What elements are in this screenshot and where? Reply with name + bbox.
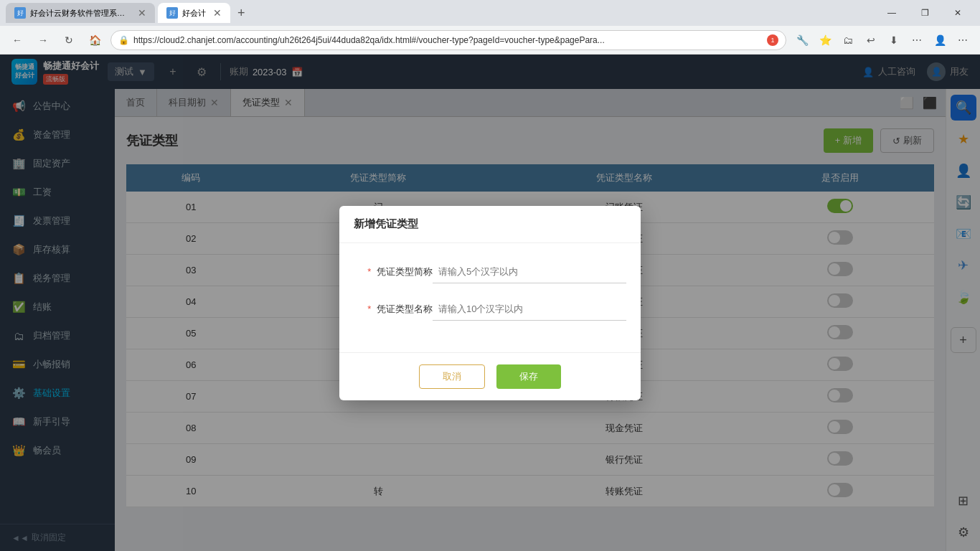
form-row-full-name: * 凭证类型名称 — [354, 298, 626, 321]
close-button[interactable]: ✕ — [941, 0, 974, 26]
address-bar: ← → ↻ 🏠 🔒 https://cloud2.chanjet.com/acc… — [0, 26, 980, 55]
tab-close-2[interactable]: ✕ — [213, 7, 222, 19]
tab-favicon-2: 好 — [166, 7, 178, 19]
bookmarks-button[interactable]: ⭐ — [815, 30, 835, 50]
maximize-button[interactable]: ❐ — [908, 0, 941, 26]
tab-title-1: 好会计云财务软件管理系统_会计 — [30, 8, 131, 19]
extensions-button[interactable]: 🔧 — [792, 30, 812, 50]
modal-title: 新增凭证类型 — [354, 217, 418, 230]
profile-button[interactable]: 👤 — [930, 30, 950, 50]
save-modal-button[interactable]: 保存 — [496, 364, 561, 389]
minimize-button[interactable]: — — [875, 0, 908, 26]
add-voucher-modal: 新增凭证类型 * 凭证类型简称 * 凭证类型名称 取消 保存 — [339, 206, 641, 400]
settings-browser-button[interactable]: ⋯ — [907, 30, 927, 50]
modal-header: 新增凭证类型 — [339, 206, 641, 243]
url-box[interactable]: 🔒 https://cloud2.chanjet.com/accounting/… — [110, 30, 786, 50]
tab-close-1[interactable]: ✕ — [138, 7, 146, 19]
download-button[interactable]: ⬇ — [884, 30, 904, 50]
tab-bar: 好 好会计云财务软件管理系统_会计 ✕ 好 好会计 ✕ + — ❐ ✕ — [0, 0, 980, 26]
home-browser-button[interactable]: 🏠 — [85, 30, 105, 50]
browser-tab-2[interactable]: 好 好会计 ✕ — [158, 3, 230, 23]
modal-body: * 凭证类型简称 * 凭证类型名称 — [339, 243, 641, 352]
browser-actions: 🔧 ⭐ 🗂 ↩ ⬇ ⋯ 👤 ⋯ — [792, 30, 973, 50]
required-star-1: * — [367, 266, 371, 277]
forward-button[interactable]: → — [33, 30, 53, 50]
cancel-modal-button[interactable]: 取消 — [419, 364, 485, 389]
more-button[interactable]: ⋯ — [953, 30, 973, 50]
refresh-browser-button[interactable]: ↻ — [59, 30, 79, 50]
tab-manager-button[interactable]: 🗂 — [838, 30, 858, 50]
new-tab-button[interactable]: + — [233, 6, 250, 21]
form-row-short-name: * 凭证类型简称 — [354, 260, 626, 283]
tab-favicon-1: 好 — [14, 7, 26, 19]
browser-tab-1[interactable]: 好 好会计云财务软件管理系统_会计 ✕ — [6, 3, 155, 23]
back-button[interactable]: ← — [7, 30, 27, 50]
short-name-input[interactable] — [433, 260, 626, 283]
browser-chrome: 好 好会计云财务软件管理系统_会计 ✕ 好 好会计 ✕ + — ❐ ✕ ← → … — [0, 0, 980, 55]
modal-footer: 取消 保存 — [339, 352, 641, 400]
notification-badge: 1 — [767, 34, 778, 46]
tab-title-2: 好会计 — [182, 8, 206, 19]
modal-overlay: 新增凭证类型 * 凭证类型简称 * 凭证类型名称 取消 保存 — [0, 55, 980, 551]
lock-icon: 🔒 — [118, 35, 129, 45]
short-name-label: * 凭证类型简称 — [354, 265, 433, 278]
window-controls: — ❐ ✕ — [875, 0, 974, 26]
history-button[interactable]: ↩ — [861, 30, 881, 50]
full-name-label: * 凭证类型名称 — [354, 303, 433, 316]
full-name-input[interactable] — [433, 298, 626, 321]
url-text: https://cloud2.chanjet.com/accounting/uh… — [133, 35, 763, 45]
required-star-2: * — [367, 303, 371, 314]
